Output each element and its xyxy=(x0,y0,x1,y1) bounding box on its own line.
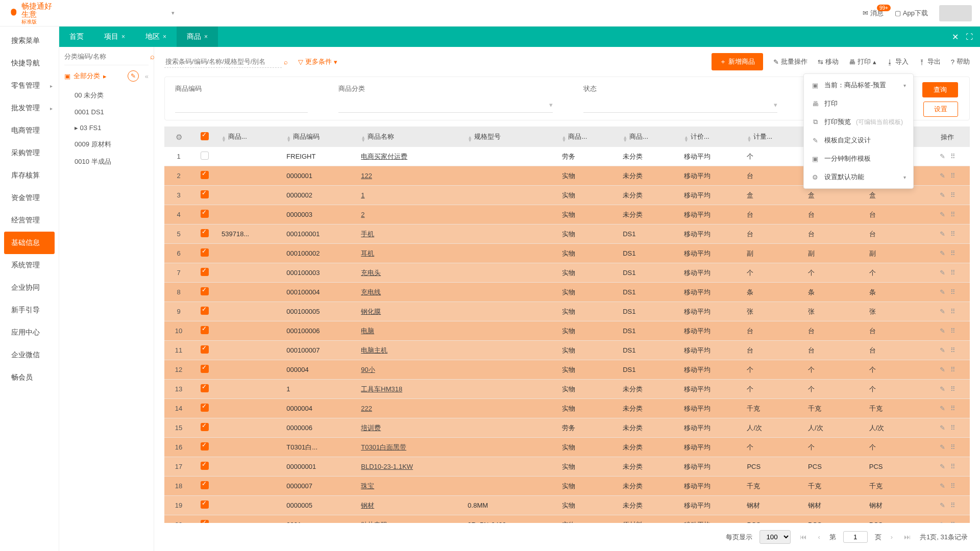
sidenav-item-2[interactable]: 零售管理▸ xyxy=(0,74,59,97)
download-button[interactable]: ▢ App下载 xyxy=(895,9,928,18)
tab-2[interactable]: 地区× xyxy=(135,27,177,47)
col-name[interactable]: ▲▼商品名称 xyxy=(356,127,462,147)
product-name-link[interactable]: 电脑 xyxy=(361,327,374,335)
row-checkbox[interactable] xyxy=(201,229,209,237)
edit-icon[interactable]: ✎ xyxy=(940,308,945,315)
col-ops[interactable]: 操作 xyxy=(925,127,970,147)
row-checkbox[interactable] xyxy=(201,345,209,354)
sort-icon[interactable]: ▲▼ xyxy=(747,136,751,142)
edit-icon[interactable]: ✎ xyxy=(940,482,945,490)
sort-icon[interactable]: ▲▼ xyxy=(286,136,291,142)
sidenav-item-15[interactable]: 畅会员 xyxy=(0,366,59,389)
table-row[interactable]: 400000032实物未分类移动平均台台台✎⠿ xyxy=(164,205,970,224)
table-row[interactable]: 8000100004充电线实物DS1移动平均条条条✎⠿ xyxy=(164,283,970,302)
play-icon[interactable]: ▸ xyxy=(103,72,107,80)
print-menu-item-1[interactable]: ⧉打印预览(可编辑当前模板) xyxy=(804,113,913,131)
more-icon[interactable]: ⠿ xyxy=(950,424,955,432)
product-name-link[interactable]: T0301白面黑带 xyxy=(361,443,406,451)
table-row[interactable]: 5539718...000100001手机实物DS1移动平均台台台✎⠿ xyxy=(164,224,970,244)
col-cat[interactable]: ▲▼商品... xyxy=(618,127,679,147)
more-icon[interactable]: ⠿ xyxy=(950,346,955,354)
sort-icon[interactable]: ▲▼ xyxy=(222,136,226,142)
category-item-0[interactable]: 00 未分类 xyxy=(64,87,149,104)
sidenav-item-5[interactable]: 采购管理 xyxy=(0,142,59,164)
gear-icon[interactable]: ⚙ xyxy=(176,133,182,141)
row-checkbox[interactable] xyxy=(201,326,209,334)
more-icon[interactable]: ⠿ xyxy=(950,211,955,218)
print-menu-item-4[interactable]: ⚙设置默认功能▾ xyxy=(804,168,913,186)
product-name-link[interactable]: 培训费 xyxy=(361,424,381,432)
product-name-link[interactable]: 电脑主机 xyxy=(361,346,387,354)
sort-icon[interactable]: ▲▼ xyxy=(684,136,689,142)
product-name-link[interactable]: 工具车HM318 xyxy=(361,385,402,393)
table-row[interactable]: 11000100007电脑主机实物DS1移动平均台台台✎⠿ xyxy=(164,341,970,360)
prev-page-button[interactable]: ‹ xyxy=(816,533,822,541)
col-unit[interactable]: ▲▼计量... xyxy=(742,127,803,147)
row-checkbox[interactable] xyxy=(201,287,209,295)
col-spec[interactable]: ▲▼规格型号 xyxy=(462,127,556,147)
collapse-icon[interactable]: « xyxy=(145,72,149,80)
search-input[interactable] xyxy=(164,56,282,68)
row-checkbox[interactable] xyxy=(201,500,209,509)
org-switcher[interactable]: ▾ xyxy=(67,5,180,22)
table-row[interactable]: 16T0301白...T0301白面黑带实物未分类移动平均个个个✎⠿ xyxy=(164,438,970,457)
edit-icon[interactable]: ✎ xyxy=(940,269,945,277)
table-row[interactable]: 6000100002耳机实物DS1移动平均副副副✎⠿ xyxy=(164,244,970,263)
close-icon[interactable]: × xyxy=(163,33,166,40)
edit-icon[interactable]: ✎ xyxy=(128,70,139,82)
row-checkbox[interactable] xyxy=(201,384,209,392)
row-checkbox[interactable] xyxy=(201,423,209,431)
edit-icon[interactable]: ✎ xyxy=(940,346,945,354)
sidenav-item-6[interactable]: 库存核算 xyxy=(0,164,59,187)
sidenav-item-1[interactable]: 快捷导航 xyxy=(0,52,59,74)
more-icon[interactable]: ⠿ xyxy=(950,230,955,238)
sidenav-item-0[interactable]: 搜索菜单 xyxy=(0,30,59,52)
next-page-button[interactable]: › xyxy=(889,533,895,541)
close-icon[interactable]: × xyxy=(121,33,125,40)
print-menu-item-0[interactable]: 🖶打印 xyxy=(804,94,913,113)
sidenav-item-9[interactable]: 基础信息 xyxy=(4,232,55,254)
category-all[interactable]: 全部分类 xyxy=(74,71,100,81)
product-name-link[interactable]: 钢化膜 xyxy=(361,308,381,315)
row-checkbox[interactable] xyxy=(201,442,209,450)
avatar[interactable] xyxy=(939,5,972,21)
table-row[interactable]: 9000100005钢化膜实物DS1移动平均张张张✎⠿ xyxy=(164,302,970,321)
row-checkbox[interactable] xyxy=(201,210,209,218)
sidenav-item-7[interactable]: 资金管理 xyxy=(0,187,59,209)
sidenav-item-14[interactable]: 企业微信 xyxy=(0,344,59,366)
more-icon[interactable]: ⠿ xyxy=(950,153,955,160)
sidenav-item-4[interactable]: 电商管理 xyxy=(0,119,59,142)
sidenav-item-13[interactable]: 应用中心 xyxy=(0,321,59,344)
product-name-link[interactable]: 充电线 xyxy=(361,288,381,296)
import-button[interactable]: ⭳导入 xyxy=(887,57,909,66)
edit-icon[interactable]: ✎ xyxy=(940,424,945,432)
query-button[interactable]: 查询 xyxy=(922,82,958,97)
more-icon[interactable]: ⠿ xyxy=(950,327,955,335)
more-icon[interactable]: ⠿ xyxy=(950,482,955,490)
fullscreen-icon[interactable]: ⛶ xyxy=(966,33,973,41)
edit-icon[interactable]: ✎ xyxy=(940,153,945,160)
col-code[interactable]: ▲▼商品编码 xyxy=(281,127,356,147)
category-item-3[interactable]: 0009 原材料 xyxy=(64,136,149,153)
edit-icon[interactable]: ✎ xyxy=(940,463,945,470)
settings-button[interactable]: 设置 xyxy=(923,102,958,117)
more-icon[interactable]: ⠿ xyxy=(950,172,955,180)
help-button[interactable]: ?帮助 xyxy=(951,57,970,66)
edit-icon[interactable]: ✎ xyxy=(940,211,945,218)
row-checkbox[interactable] xyxy=(201,481,209,489)
filter-code-input[interactable] xyxy=(175,101,308,109)
print-current[interactable]: ▣ 当前：商品标签-预置 ▾ xyxy=(804,76,913,94)
sort-icon[interactable]: ▲▼ xyxy=(623,136,627,142)
edit-icon[interactable]: ✎ xyxy=(940,191,945,199)
category-search-input[interactable] xyxy=(64,53,150,60)
print-button[interactable]: 🖶打印▴ xyxy=(849,57,876,66)
row-checkbox[interactable] xyxy=(201,171,209,179)
product-name-link[interactable]: 珠宝 xyxy=(361,482,374,490)
more-icon[interactable]: ⠿ xyxy=(950,502,955,509)
row-checkbox[interactable] xyxy=(201,365,209,373)
move-button[interactable]: ⇆移动 xyxy=(818,57,839,66)
more-conditions[interactable]: ▽ 更多条件 ▾ xyxy=(298,57,337,66)
more-icon[interactable]: ⠿ xyxy=(950,385,955,393)
edit-icon[interactable]: ✎ xyxy=(940,366,945,373)
close-all-icon[interactable]: ✕ xyxy=(952,32,959,42)
